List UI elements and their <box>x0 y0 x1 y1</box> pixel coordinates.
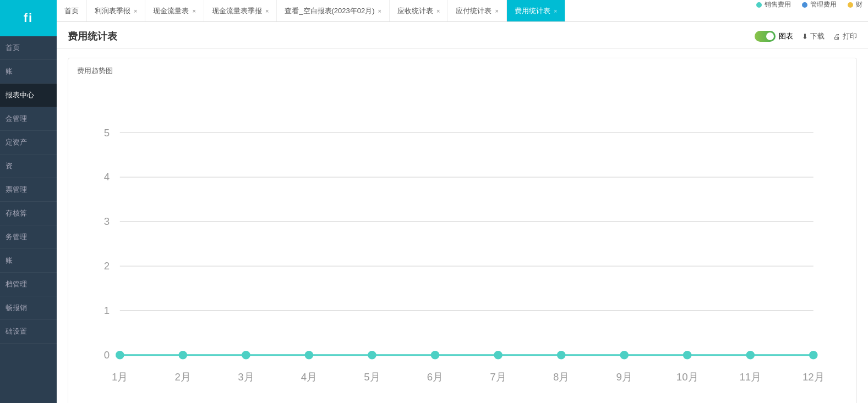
tab-payable[interactable]: 应付统计表 × <box>448 0 506 21</box>
tab-close-icon[interactable]: × <box>378 8 381 14</box>
sidebar-item-assets[interactable]: 定资产 <box>0 131 57 154</box>
toggle-label: 图表 <box>779 31 793 41</box>
svg-text:5: 5 <box>104 127 110 139</box>
sidebar-item-inventory[interactable]: 存核算 <box>0 202 57 225</box>
svg-text:10月: 10月 <box>676 371 698 383</box>
print-label: 打印 <box>843 31 857 41</box>
sidebar-item-services[interactable]: 务管理 <box>0 225 57 249</box>
tab-close-icon[interactable]: × <box>192 8 195 14</box>
tab-home[interactable]: 首页 <box>57 0 87 21</box>
chart-svg: 5 4 3 2 1 0 <box>77 81 848 403</box>
chart-toggle-wrap: 图表 <box>755 31 793 42</box>
svg-text:2: 2 <box>104 260 110 272</box>
sidebar-item-settings[interactable]: 础设置 <box>0 320 57 344</box>
svg-text:1月: 1月 <box>112 371 128 383</box>
svg-text:2月: 2月 <box>175 371 191 383</box>
tab-bar: 首页 利润表季报 × 现金流量表 × 现金流量表季报 × 查看_空白报表(202… <box>57 0 868 22</box>
dot-4 <box>305 351 314 360</box>
download-label: 下载 <box>810 31 825 41</box>
dot-6 <box>431 351 440 360</box>
dot-5 <box>368 351 376 360</box>
sidebar-item-account[interactable]: 账 <box>0 60 57 84</box>
dot-2 <box>178 351 187 360</box>
tab-cashflow-quarterly[interactable]: 现金流量表季报 × <box>204 0 277 21</box>
tab-close-icon[interactable]: × <box>495 8 498 14</box>
dot-12 <box>809 351 818 360</box>
dot-9 <box>620 351 629 360</box>
app-logo: fi <box>0 0 57 36</box>
sidebar-item-capital[interactable]: 资 <box>0 154 57 178</box>
sidebar-item-files[interactable]: 档管理 <box>0 273 57 296</box>
dot-8 <box>557 351 566 360</box>
dot-10 <box>683 351 692 360</box>
svg-text:7月: 7月 <box>490 371 506 383</box>
svg-text:8月: 8月 <box>553 371 569 383</box>
svg-text:4: 4 <box>104 171 110 183</box>
svg-text:1: 1 <box>104 305 110 316</box>
page-header: 费用统计表 图表 ⬇ 下载 🖨 打印 <box>57 22 868 49</box>
chart-toggle[interactable] <box>755 31 776 42</box>
page-content: 费用统计表 图表 ⬇ 下载 🖨 打印 <box>57 22 868 403</box>
chart-svg-wrap: 5 4 3 2 1 0 <box>77 81 848 403</box>
svg-text:11月: 11月 <box>739 371 761 383</box>
main-area: 首页 利润表季报 × 现金流量表 × 现金流量表季报 × 查看_空白报表(202… <box>57 0 868 403</box>
svg-text:3月: 3月 <box>238 371 254 383</box>
sidebar-item-reports[interactable]: 报表中心 <box>0 84 57 107</box>
svg-text:12月: 12月 <box>803 371 825 383</box>
dot-11 <box>746 351 755 360</box>
tab-profit-quarterly[interactable]: 利润表季报 × <box>87 0 145 21</box>
print-button[interactable]: 🖨 打印 <box>833 31 857 41</box>
dot-7 <box>494 351 503 360</box>
svg-text:5月: 5月 <box>364 371 380 383</box>
sidebar: fi 首页 账 报表中心 金管理 定资产 资 票管理 存核算 务管理 账 档管理… <box>0 0 57 403</box>
page-inner: 费用统计表 图表 ⬇ 下载 🖨 打印 <box>57 22 868 403</box>
sidebar-item-expense[interactable]: 畅报销 <box>0 296 57 320</box>
tab-close-icon[interactable]: × <box>436 8 440 14</box>
sidebar-item-cash[interactable]: 金管理 <box>0 107 57 131</box>
sidebar-scroll: 首页 账 报表中心 金管理 定资产 资 票管理 存核算 务管理 账 档管理 畅报… <box>0 36 57 403</box>
svg-text:0: 0 <box>104 349 110 361</box>
chart-title: 费用趋势图 <box>77 66 848 76</box>
tab-close-icon[interactable]: × <box>554 8 557 14</box>
tab-receivable[interactable]: 应收统计表 × <box>390 0 448 21</box>
print-icon: 🖨 <box>833 32 840 41</box>
svg-text:3: 3 <box>104 216 110 227</box>
tab-blank-report[interactable]: 查看_空白报表(2023年02月) × <box>277 0 390 21</box>
dot-1 <box>116 351 124 360</box>
chart-area: 费用趋势图 销售费用 管理费用 财 <box>68 58 857 403</box>
tab-close-icon[interactable]: × <box>265 8 269 14</box>
download-button[interactable]: ⬇ 下载 <box>802 31 825 41</box>
header-actions: 图表 ⬇ 下载 🖨 打印 <box>755 31 857 42</box>
svg-text:4月: 4月 <box>301 371 317 383</box>
download-icon: ⬇ <box>802 32 808 41</box>
tab-close-icon[interactable]: × <box>134 8 137 14</box>
tab-expense-stats[interactable]: 费用统计表 × <box>507 0 565 21</box>
sidebar-item-ledger[interactable]: 账 <box>0 249 57 273</box>
sidebar-item-tickets[interactable]: 票管理 <box>0 178 57 202</box>
page-title: 费用统计表 <box>68 30 117 43</box>
sidebar-item-home[interactable]: 首页 <box>0 36 57 60</box>
tab-cashflow[interactable]: 现金流量表 × <box>145 0 204 21</box>
svg-text:9月: 9月 <box>616 371 632 383</box>
svg-text:6月: 6月 <box>427 371 443 383</box>
dot-3 <box>242 351 250 360</box>
